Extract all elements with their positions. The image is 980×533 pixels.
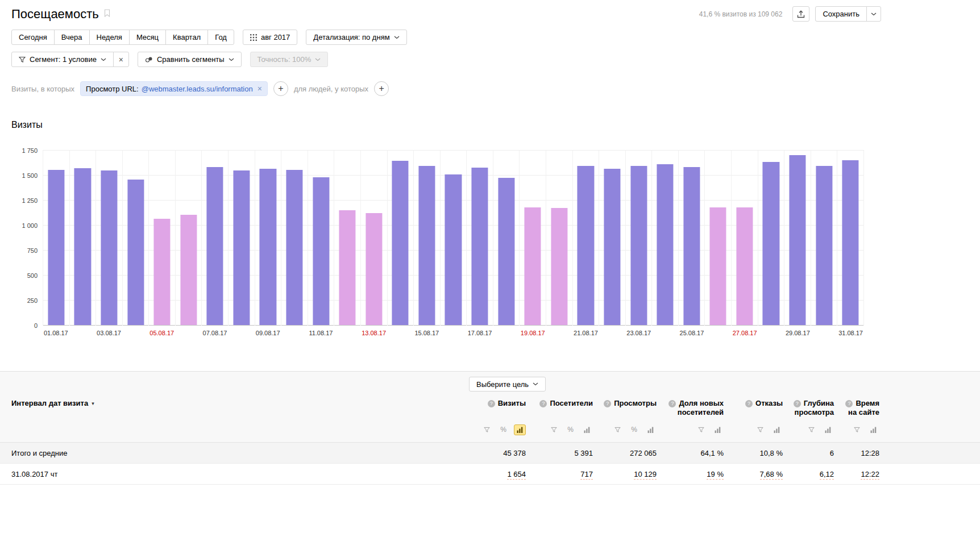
- chip-remove-icon[interactable]: ×: [258, 84, 262, 93]
- period-tab-4[interactable]: Квартал: [165, 30, 208, 45]
- percent-icon[interactable]: %: [628, 424, 640, 435]
- bar-slot: [229, 151, 255, 326]
- filter-icon[interactable]: [805, 424, 817, 435]
- help-icon[interactable]: ?: [539, 400, 547, 407]
- column-header-1[interactable]: ?Посетители: [526, 399, 593, 417]
- bar-05.08.17[interactable]: [154, 219, 171, 325]
- filter-icon[interactable]: [612, 424, 624, 435]
- bar-19.08.17[interactable]: [525, 207, 541, 325]
- bar-slot: [811, 151, 838, 326]
- chip-url-value[interactable]: @webmaster.leads.su/information: [142, 85, 253, 93]
- bar-31.08.17[interactable]: [842, 160, 859, 325]
- chart-icon[interactable]: [822, 424, 834, 435]
- bar-09.08.17[interactable]: [260, 169, 276, 325]
- segment-button[interactable]: Сегмент: 1 условие: [11, 52, 114, 67]
- filter-icon[interactable]: [851, 424, 863, 435]
- bar-08.08.17[interactable]: [233, 170, 250, 325]
- bookmark-icon[interactable]: [104, 9, 110, 19]
- metric-value[interactable]: 6,12: [820, 470, 834, 480]
- column-header-0[interactable]: ?Визиты: [469, 399, 526, 417]
- bar-25.08.17[interactable]: [683, 167, 700, 325]
- period-tab-2[interactable]: Неделя: [89, 30, 130, 45]
- granularity-button[interactable]: Детализация: по дням: [306, 30, 406, 45]
- url-filter-chip[interactable]: Просмотр URL: @webmaster.leads.su/inform…: [80, 81, 268, 96]
- x-axis-label: 31.08.17: [837, 330, 864, 337]
- filter-icon[interactable]: [695, 424, 707, 435]
- save-dropdown-button[interactable]: [866, 6, 881, 22]
- chart-icon[interactable]: [771, 424, 783, 435]
- compare-segments-button[interactable]: Сравнить сегменты: [138, 52, 242, 67]
- period-tab-0[interactable]: Сегодня: [11, 30, 55, 45]
- filter-icon[interactable]: [481, 424, 493, 435]
- period-tab-5[interactable]: Год: [207, 30, 234, 45]
- help-icon[interactable]: ?: [745, 400, 753, 407]
- add-people-condition-button[interactable]: +: [374, 81, 389, 96]
- bar-23.08.17[interactable]: [630, 166, 647, 325]
- precision-button[interactable]: Точность: 100%: [250, 52, 329, 67]
- period-tab-1[interactable]: Вчера: [54, 30, 90, 45]
- help-icon[interactable]: ?: [668, 400, 676, 407]
- bar-24.08.17[interactable]: [657, 164, 674, 325]
- column-header-6[interactable]: ?Время на сайте: [834, 399, 879, 417]
- help-icon[interactable]: ?: [845, 400, 853, 407]
- filter-icon[interactable]: [754, 424, 766, 435]
- bar-18.08.17[interactable]: [498, 178, 514, 325]
- bar-07.08.17[interactable]: [207, 167, 223, 325]
- column-header-2[interactable]: ?Просмотры: [593, 399, 657, 417]
- metric-value[interactable]: 10 129: [634, 470, 657, 480]
- filter-icon[interactable]: [548, 424, 560, 435]
- bar-15.08.17[interactable]: [418, 166, 435, 325]
- bar-03.08.17[interactable]: [101, 170, 117, 325]
- add-visit-condition-button[interactable]: +: [273, 81, 288, 96]
- chart-icon[interactable]: [581, 424, 593, 435]
- export-button[interactable]: [792, 6, 809, 22]
- bar-26.08.17[interactable]: [710, 207, 726, 325]
- bar-21.08.17[interactable]: [578, 166, 594, 325]
- metric-value[interactable]: 19 %: [707, 470, 724, 480]
- metric-value[interactable]: 12:22: [861, 470, 879, 480]
- bar-17.08.17[interactable]: [471, 168, 488, 325]
- metric-value[interactable]: 7,68 %: [760, 470, 783, 480]
- save-button[interactable]: Сохранить: [815, 6, 867, 22]
- help-icon[interactable]: ?: [604, 400, 611, 407]
- bar-06.08.17[interactable]: [180, 215, 197, 325]
- column-header-label: Доля новых посетителей: [678, 399, 724, 417]
- metric-value[interactable]: 717: [580, 470, 593, 480]
- calendar-button[interactable]: авг 2017: [243, 30, 297, 45]
- help-icon[interactable]: ?: [488, 400, 495, 407]
- chart-icon[interactable]: [867, 424, 879, 435]
- bar-22.08.17[interactable]: [604, 169, 620, 325]
- chart-icon[interactable]: [712, 424, 724, 435]
- bar-14.08.17[interactable]: [392, 161, 409, 325]
- metric-value[interactable]: 1 654: [507, 470, 526, 480]
- bar-29.08.17[interactable]: [789, 155, 805, 325]
- y-axis-tick: 1 250: [22, 197, 38, 204]
- bar-28.08.17[interactable]: [763, 162, 779, 325]
- segment-clear-button[interactable]: ×: [113, 52, 129, 67]
- column-header-4[interactable]: ?Отказы: [724, 399, 783, 417]
- column-header-3[interactable]: ?Доля новых посетителей: [657, 399, 724, 417]
- chart-icon[interactable]: [514, 424, 526, 435]
- bar-27.08.17[interactable]: [736, 207, 753, 325]
- x-axis-label: [811, 330, 838, 337]
- bar-01.08.17[interactable]: [48, 170, 64, 325]
- bar-13.08.17[interactable]: [366, 213, 382, 325]
- chart-icon[interactable]: [645, 424, 657, 435]
- goal-select-button[interactable]: Выберите цель: [469, 377, 546, 392]
- granularity-label: Детализация: по дням: [313, 33, 389, 41]
- bar-11.08.17[interactable]: [313, 177, 329, 325]
- bar-30.08.17[interactable]: [816, 166, 832, 325]
- bar-20.08.17[interactable]: [551, 208, 567, 325]
- percent-icon[interactable]: %: [564, 424, 576, 435]
- bar-16.08.17[interactable]: [445, 174, 462, 325]
- bar-04.08.17[interactable]: [127, 180, 144, 325]
- bar-slot: [599, 151, 626, 326]
- help-icon[interactable]: ?: [794, 400, 801, 407]
- bar-02.08.17[interactable]: [74, 168, 91, 325]
- percent-icon[interactable]: %: [497, 424, 509, 435]
- date-interval-header[interactable]: Интервал дат визита ▾: [11, 399, 469, 407]
- bar-10.08.17[interactable]: [286, 170, 302, 325]
- column-header-5[interactable]: ?Глубина просмотра: [783, 399, 834, 417]
- bar-12.08.17[interactable]: [339, 210, 356, 325]
- period-tab-3[interactable]: Месяц: [129, 30, 166, 45]
